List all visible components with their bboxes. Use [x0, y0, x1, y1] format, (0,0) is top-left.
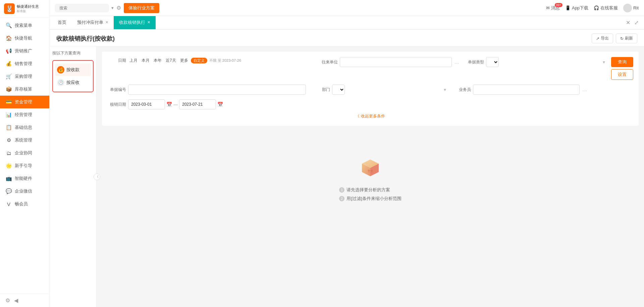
operations-label: 经营管理	[15, 112, 32, 118]
filter-by-receipt[interactable]: 💰 按收款	[55, 63, 91, 76]
page-actions: ↗ 导出 ↻ 刷新	[592, 34, 637, 46]
system-icon: ⚙	[5, 137, 12, 143]
employee-ellipsis-icon[interactable]: …	[582, 87, 588, 92]
date-quick-links: 上月 本月 本年 近7天 更多 自定义	[128, 57, 207, 64]
dept-label: 部门	[311, 87, 330, 93]
inventory-label: 库存核算	[15, 86, 32, 92]
filter-form: 日期 上月 本月 本年 近7天 更多 自定义 不限 至	[102, 52, 639, 126]
query-button[interactable]: 查询	[611, 57, 633, 67]
receipt-close-icon[interactable]: ✕	[147, 20, 150, 24]
form-actions: 查询 设置	[611, 57, 633, 80]
receipt-filter-icon: 💰	[57, 66, 64, 73]
sidebar-item-search-menu[interactable]: 🔍搜索菜单	[0, 19, 49, 32]
refresh-icon: ↻	[620, 36, 624, 41]
offset-date-to-cal-icon[interactable]: 📅	[217, 102, 223, 107]
search-input[interactable]	[55, 4, 109, 12]
tab-receipt-offset[interactable]: 收款核销执行 ✕	[114, 16, 156, 29]
industry-solution-button[interactable]: 体验行业方案	[124, 3, 159, 13]
tab-prepay[interactable]: 预付冲应付单 ✕	[72, 16, 114, 29]
offset-date-to-input[interactable]	[179, 99, 216, 109]
date-last-month[interactable]: 上月	[128, 57, 139, 64]
hardware-label: 智能硬件	[15, 175, 32, 182]
sidebar-item-enterprise[interactable]: 🗂企业协同	[0, 147, 49, 159]
filter-by-receivable[interactable]: 🕐 按应收	[55, 76, 91, 89]
user-info[interactable]: Rit	[623, 4, 639, 12]
settings-icon[interactable]: ⚙	[116, 5, 121, 11]
quick-nav-label: 快捷导航	[15, 35, 32, 41]
sidebar-item-system[interactable]: ⚙系统管理	[0, 134, 49, 147]
sidebar-item-wechat[interactable]: 💬企业微信	[0, 185, 49, 198]
tabs-bar: 首页 预付冲应付单 ✕ 收款核销执行 ✕ ✕ ⤢	[50, 16, 644, 30]
tab-close-all-icon[interactable]: ✕	[625, 19, 632, 26]
sidebar: 🐰 畅捷通好生意 标准版 🔍搜索菜单🏠快捷导航📢营销推广💰销售管理🛒采购管理📦库…	[0, 0, 50, 307]
doc-no-label: 单据编号	[107, 87, 126, 93]
filter-sidebar: 按以下方案查询 💰 按收款 🕐 按应收 《	[50, 46, 97, 307]
wechat-label: 企业微信	[15, 188, 32, 194]
filter-option-box: 💰 按收款 🕐 按应收	[52, 60, 94, 92]
export-button[interactable]: ↗ 导出	[592, 34, 613, 43]
message-button[interactable]: ✉ 消息 99+	[546, 5, 560, 11]
date-this-year[interactable]: 本年	[152, 57, 163, 64]
search-dropdown-icon[interactable]: ▾	[111, 5, 114, 10]
basic-info-label: 基础信息	[15, 124, 32, 131]
online-service-link[interactable]: 🎧 在线客服	[594, 5, 618, 11]
partner-input[interactable]	[340, 57, 451, 67]
sidebar-item-purchase[interactable]: 🛒采购管理	[0, 70, 49, 83]
date-7days[interactable]: 近7天	[164, 57, 177, 64]
employee-input[interactable]	[473, 85, 580, 95]
dept-select[interactable]	[332, 85, 345, 95]
search-menu-label: 搜索菜单	[15, 22, 32, 29]
sidebar-item-marketing[interactable]: 📢营销推广	[0, 45, 49, 57]
app-download-link[interactable]: 📱 App下载	[565, 5, 588, 11]
sidebar-item-quick-nav[interactable]: 🏠快捷导航	[0, 32, 49, 45]
prepay-close-icon[interactable]: ✕	[105, 20, 108, 24]
doc-type-arrow-icon: ▾	[602, 59, 606, 65]
refresh-button[interactable]: ↻ 刷新	[616, 34, 637, 43]
partner-ellipsis-icon[interactable]: …	[454, 59, 460, 65]
doc-type-select[interactable]	[486, 57, 499, 67]
date-this-month[interactable]: 本月	[140, 57, 151, 64]
sidebar-item-member[interactable]: V畅会员	[0, 198, 49, 210]
sidebar-collapse-icon[interactable]: ◀	[14, 297, 18, 304]
offset-date-from-input[interactable]	[128, 99, 165, 109]
empty-tip-1: 1 请先选择要分析的方案	[339, 187, 401, 193]
search-menu-icon: 🔍	[5, 22, 12, 29]
prepay-tab-label: 预付冲应付单	[77, 19, 103, 25]
avatar	[623, 4, 632, 12]
setting-button[interactable]: 设置	[611, 69, 633, 80]
tip-number-1: 1	[339, 187, 344, 193]
logo-text: 畅捷通好生意	[17, 4, 39, 9]
wechat-icon: 💬	[5, 188, 12, 194]
inventory-icon: 📦	[5, 86, 12, 92]
purchase-label: 采购管理	[15, 73, 32, 80]
message-icon: ✉	[546, 5, 550, 10]
sales-label: 销售管理	[15, 61, 32, 67]
content-area: 按以下方案查询 💰 按收款 🕐 按应收 《	[50, 46, 644, 307]
sidebar-item-basic-info[interactable]: 📋基础信息	[0, 121, 49, 134]
settings-gear-icon[interactable]: ⚙	[5, 297, 10, 304]
filter-sidebar-collapse-btn[interactable]: 《	[94, 173, 100, 180]
date-custom-tag[interactable]: 自定义	[191, 58, 207, 63]
basic-info-icon: 📋	[5, 124, 12, 131]
date-label: 日期	[107, 58, 126, 63]
sidebar-item-inventory[interactable]: 📦库存核算	[0, 83, 49, 96]
sidebar-item-sales[interactable]: 💰销售管理	[0, 57, 49, 70]
offset-date-separator: —	[173, 102, 178, 107]
offset-date-from-cal-icon[interactable]: 📅	[166, 102, 172, 107]
collapse-more-button[interactable]: 《 收起更多条件	[356, 113, 385, 119]
sidebar-item-hardware[interactable]: 📺智能硬件	[0, 172, 49, 185]
sidebar-item-finance[interactable]: 💳资金管理	[0, 96, 49, 108]
tab-home[interactable]: 首页	[52, 16, 72, 29]
sidebar-item-operations[interactable]: 📊经营管理	[0, 108, 49, 121]
sidebar-item-guide[interactable]: 🌟新手引导	[0, 159, 49, 172]
svg-point-3	[368, 169, 370, 172]
enterprise-label: 企业协同	[15, 150, 32, 156]
doc-no-input[interactable]	[128, 85, 306, 95]
logo-icon: 🐰	[4, 3, 15, 14]
finance-label: 资金管理	[15, 99, 32, 105]
tabs-controls: ✕ ⤢	[625, 16, 641, 29]
date-more[interactable]: 更多	[179, 57, 190, 64]
finance-icon: 💳	[5, 99, 12, 105]
tab-expand-icon[interactable]: ⤢	[633, 19, 640, 26]
tip-number-2: 2	[339, 196, 344, 201]
